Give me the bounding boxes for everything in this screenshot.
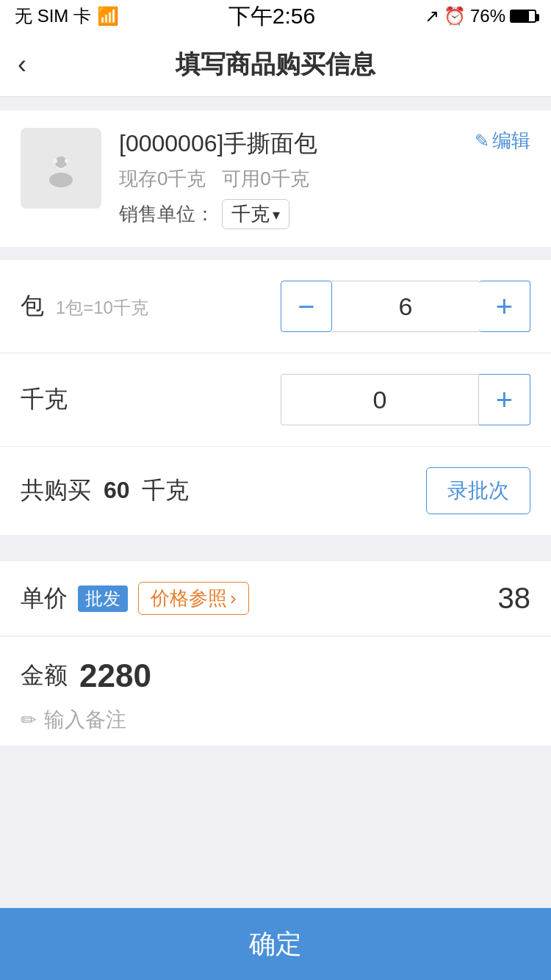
sim-label: 无 SIM 卡 xyxy=(15,4,91,28)
price-section: 单价 批发 价格参照 › 38 xyxy=(0,561,551,635)
batch-button[interactable]: 录批次 xyxy=(426,467,530,514)
bao-input-section: 包 1包=10千克 − + 千克 + xyxy=(0,260,551,447)
product-placeholder-icon xyxy=(39,146,83,190)
amount-section: 金额 2280 ✏ 输入备注 xyxy=(0,637,551,746)
unit-select[interactable]: 千克 ▾ xyxy=(222,199,289,229)
product-image xyxy=(21,128,101,209)
status-left: 无 SIM 卡 📶 xyxy=(15,4,119,28)
price-tag: 批发 xyxy=(78,586,128,612)
chevron-right-icon: › xyxy=(230,587,237,610)
bao-row: 包 1包=10千克 − + xyxy=(0,260,551,353)
total-text: 共购买 60 千克 xyxy=(21,475,189,507)
amount-value: 2280 xyxy=(79,657,151,694)
note-row[interactable]: ✏ 输入备注 xyxy=(21,706,530,734)
amount-row: 金额 2280 xyxy=(21,657,530,694)
status-time: 下午2:56 xyxy=(228,1,315,32)
svg-point-2 xyxy=(53,159,57,163)
amount-label: 金额 xyxy=(21,660,68,692)
product-unit: 销售单位： 千克 ▾ xyxy=(119,199,530,229)
note-icon: ✏ xyxy=(21,709,37,732)
price-value: 38 xyxy=(498,582,531,615)
edit-button[interactable]: ✎ 编辑 xyxy=(475,128,530,154)
battery-label: 76% xyxy=(470,6,505,26)
qianke-stepper: + xyxy=(281,374,530,425)
section-gap-2 xyxy=(0,535,551,548)
page-title: 填写商品购买信息 xyxy=(176,48,375,82)
svg-point-1 xyxy=(49,173,73,187)
price-label: 单价 xyxy=(21,583,68,615)
battery-icon xyxy=(510,10,536,23)
confirm-button[interactable]: 确定 xyxy=(0,908,551,980)
alarm-icon: ⏰ xyxy=(444,6,466,26)
qianke-input[interactable] xyxy=(281,374,479,425)
bao-input[interactable] xyxy=(332,281,479,332)
wifi-icon: 📶 xyxy=(97,6,119,26)
location-icon: ↗ xyxy=(425,6,439,26)
nav-bar: ‹ 填写商品购买信息 xyxy=(0,32,551,97)
price-ref-button[interactable]: 价格参照 › xyxy=(138,582,249,615)
total-row: 共购买 60 千克 录批次 xyxy=(0,447,551,535)
dropdown-icon: ▾ xyxy=(273,206,280,223)
qianke-plus-button[interactable]: + xyxy=(479,374,530,425)
qianke-label: 千克 xyxy=(21,383,281,416)
bao-minus-button[interactable]: − xyxy=(281,281,332,332)
note-placeholder: 输入备注 xyxy=(44,706,126,734)
bao-label: 包 1包=10千克 xyxy=(21,290,281,323)
product-info: [0000006]手撕面包 现存0千克 可用0千克 销售单位： 千克 ▾ xyxy=(119,128,530,229)
section-gap-1 xyxy=(0,247,551,260)
status-bar: 无 SIM 卡 📶 下午2:56 ↗ ⏰ 76% xyxy=(0,0,551,32)
qianke-row: 千克 + xyxy=(0,353,551,447)
product-stock: 现存0千克 可用0千克 xyxy=(119,166,530,192)
back-button[interactable]: ‹ xyxy=(18,49,26,80)
bao-plus-button[interactable]: + xyxy=(479,281,530,332)
edit-icon: ✎ xyxy=(475,131,489,151)
product-name: [0000006]手撕面包 xyxy=(119,128,530,160)
svg-point-3 xyxy=(65,159,69,163)
status-right: ↗ ⏰ 76% xyxy=(425,6,536,26)
product-card: [0000006]手撕面包 现存0千克 可用0千克 销售单位： 千克 ▾ ✎ 编… xyxy=(0,110,551,247)
bao-stepper: − + xyxy=(281,281,530,332)
